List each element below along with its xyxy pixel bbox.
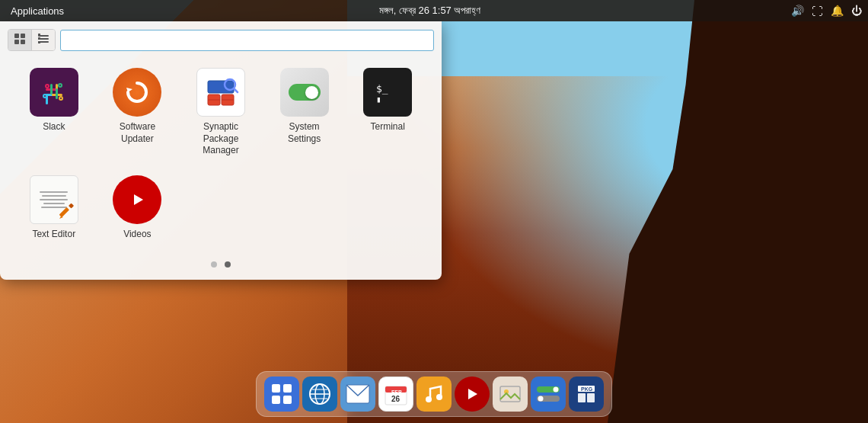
dock-item-mail[interactable]	[340, 377, 375, 412]
app-item-text-editor[interactable]: Text Editor	[14, 169, 94, 247]
svg-point-46	[436, 394, 442, 400]
taskbar-right: 🔊 ⛶ 🔔 ⏻	[791, 5, 862, 18]
svg-marker-47	[468, 389, 477, 399]
taskbar-datetime: মঙ্গল, ফেব্র 26 1:57 অপরাহ্ণ	[379, 5, 481, 17]
svg-rect-27	[59, 207, 69, 217]
synaptic-icon	[196, 68, 245, 117]
app-label-system-settings: System Settings	[274, 121, 335, 145]
view-grid-button[interactable]	[8, 30, 32, 50]
svg-rect-8	[38, 37, 40, 40]
dock-item-toggle-settings[interactable]	[531, 377, 566, 412]
svg-rect-34	[283, 396, 292, 404]
app-item-software-updater[interactable]: Software Updater	[97, 62, 178, 163]
launcher-toolbar	[8, 29, 434, 51]
power-icon[interactable]: ⏻	[851, 5, 862, 17]
view-list-button[interactable]	[32, 30, 55, 50]
svg-text:FEB: FEB	[391, 389, 402, 395]
taskbar-left: Applications	[6, 4, 69, 18]
svg-rect-55	[587, 393, 595, 402]
view-toggle-group	[8, 29, 56, 51]
app-item-terminal[interactable]: $_ ▮ Terminal	[347, 62, 428, 163]
system-settings-icon	[280, 68, 329, 117]
dock-item-music[interactable]	[416, 377, 452, 412]
dock-item-browser[interactable]	[302, 377, 337, 412]
taskbar-center: মঙ্গল, ফেব্র 26 1:57 অপরাহ্ণ	[379, 5, 481, 17]
svg-rect-7	[38, 34, 40, 36]
svg-rect-32	[283, 384, 292, 393]
notification-icon[interactable]: 🔔	[831, 5, 844, 17]
app-label-terminal: Terminal	[371, 121, 405, 133]
page-dot-2[interactable]	[225, 261, 231, 268]
app-item-videos[interactable]: Videos	[97, 169, 178, 247]
svg-rect-0	[14, 34, 19, 38]
svg-rect-2	[14, 40, 19, 44]
svg-rect-22	[208, 81, 234, 93]
text-editor-icon	[30, 175, 78, 224]
svg-rect-29	[69, 203, 74, 209]
slack-icon	[30, 68, 78, 117]
page-dot-1[interactable]	[211, 261, 217, 268]
software-updater-icon	[113, 68, 161, 117]
app-item-slack[interactable]: Slack	[14, 62, 94, 163]
svg-rect-54	[578, 393, 586, 402]
search-input[interactable]	[60, 30, 434, 51]
terminal-icon: $_ ▮	[363, 68, 412, 117]
svg-marker-30	[134, 194, 143, 205]
svg-text:$_: $_	[376, 83, 388, 95]
svg-text:26: 26	[391, 395, 400, 403]
dock-item-photos[interactable]	[493, 377, 528, 412]
svg-point-45	[426, 396, 432, 402]
svg-rect-16	[46, 94, 48, 104]
svg-rect-9	[38, 41, 40, 43]
svg-text:▮: ▮	[376, 95, 381, 104]
dock-item-app-launcher[interactable]	[264, 377, 299, 412]
svg-rect-15	[56, 88, 58, 99]
app-label-videos: Videos	[123, 229, 151, 241]
taskbar: Applications মঙ্গল, ফেব্র 26 1:57 অপরাহ্…	[0, 0, 868, 21]
app-launcher-popup: Slack Software Updater	[0, 21, 442, 280]
app-label-text-editor: Text Editor	[32, 229, 75, 241]
svg-rect-12	[50, 84, 53, 95]
videos-icon	[113, 175, 161, 224]
apps-grid: Slack Software Updater	[8, 59, 434, 249]
applications-menu-button[interactable]: Applications	[6, 4, 69, 18]
svg-rect-3	[21, 40, 25, 44]
svg-rect-48	[500, 386, 520, 402]
svg-point-51	[554, 387, 559, 393]
volume-icon[interactable]: 🔊	[791, 5, 804, 17]
dock-item-video-player[interactable]	[455, 377, 490, 412]
svg-marker-28	[59, 216, 63, 219]
svg-rect-33	[272, 396, 280, 404]
app-item-synaptic[interactable]: Synaptic Package Manager	[180, 62, 261, 163]
app-label-slack: Slack	[43, 121, 65, 133]
dock-item-software-store[interactable]: PKG	[569, 377, 604, 412]
svg-line-24	[235, 89, 238, 92]
dock-item-calendar[interactable]: FEB 26	[378, 377, 413, 412]
network-icon[interactable]: ⛶	[812, 5, 823, 18]
svg-rect-31	[272, 384, 280, 393]
page-dots	[8, 249, 434, 272]
svg-rect-1	[21, 34, 25, 38]
app-label-software-updater: Software Updater	[107, 121, 168, 145]
svg-text:PKG: PKG	[581, 386, 593, 392]
taskbar-dock: FEB 26	[256, 371, 612, 417]
app-label-synaptic: Synaptic Package Manager	[190, 121, 251, 157]
svg-point-53	[538, 396, 544, 402]
app-item-system-settings[interactable]: System Settings	[264, 62, 345, 163]
